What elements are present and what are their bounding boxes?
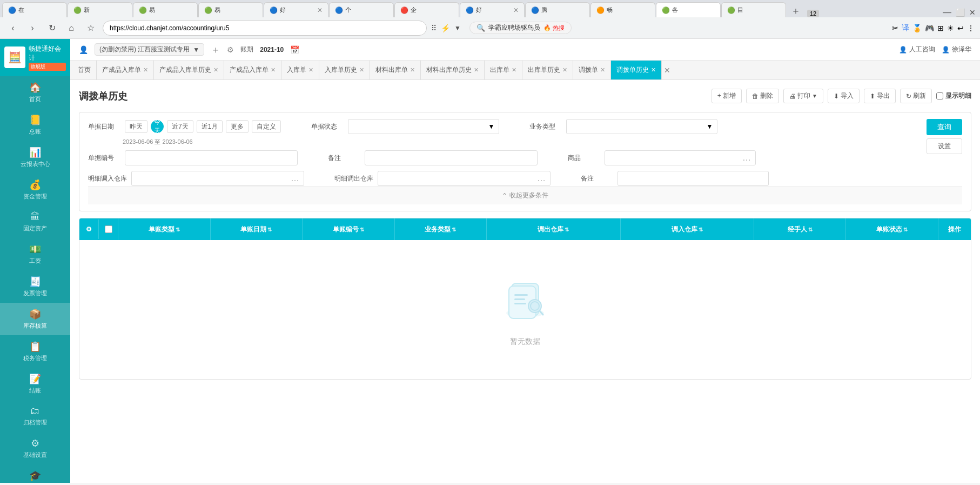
th-doc-no[interactable]: 单账编号 ⇅ bbox=[303, 218, 395, 240]
browser-tab-1[interactable]: 🔵 在 bbox=[2, 2, 67, 17]
browser-tab-12[interactable]: 🟢 目 bbox=[721, 2, 786, 17]
sidebar-item-wages[interactable]: 💵 工资 bbox=[0, 238, 70, 270]
th-biz-type[interactable]: 业务类型 ⇅ bbox=[395, 218, 487, 240]
new-button[interactable]: + 新增 bbox=[711, 89, 742, 103]
sidebar-item-archive[interactable]: 🗂 归档管理 bbox=[0, 400, 70, 432]
sidebar-item-settlement[interactable]: 📝 结账 bbox=[0, 368, 70, 400]
collapse-button[interactable]: ⌃ 收起更多条件 bbox=[88, 186, 962, 204]
add-company-btn[interactable]: ＋ bbox=[211, 43, 220, 56]
calendar-icon[interactable]: 📅 bbox=[290, 45, 299, 54]
home-button[interactable]: ⌂ bbox=[64, 21, 79, 36]
browser-tab-4[interactable]: 🟢 易 bbox=[198, 2, 263, 17]
status-select[interactable]: ▼ bbox=[348, 119, 499, 134]
display-toggle-checkbox[interactable] bbox=[936, 92, 943, 99]
forward-button[interactable]: › bbox=[25, 21, 40, 36]
close-btn[interactable]: ✕ bbox=[969, 8, 976, 17]
th-doc-status[interactable]: 单账状态 ⇅ bbox=[846, 218, 938, 240]
sidebar-item-home[interactable]: 🏠 首页 bbox=[0, 76, 70, 109]
print-button[interactable]: 🖨 打印 ▼ bbox=[783, 89, 823, 103]
yesterday-btn[interactable]: 昨天 bbox=[125, 120, 147, 133]
address-input[interactable] bbox=[103, 21, 427, 36]
page-tab-in-history[interactable]: 入库单历史 ✕ bbox=[319, 61, 370, 79]
query-button[interactable]: 查询 bbox=[927, 119, 962, 135]
sidebar-item-assets[interactable]: 🏛 固定资产 bbox=[0, 206, 70, 238]
warehouse-in-ellipsis[interactable]: … bbox=[291, 174, 299, 183]
biz-type-select[interactable]: ▼ bbox=[566, 119, 717, 134]
transfer-close[interactable]: ✕ bbox=[600, 67, 605, 74]
page-tab-home[interactable]: 首页 bbox=[72, 61, 97, 79]
page-tab-in-order[interactable]: 入库单 ✕ bbox=[281, 61, 319, 79]
page-tab-product-in-history[interactable]: 产成品入库单历史 ✕ bbox=[154, 61, 224, 79]
out-history-close[interactable]: ✕ bbox=[562, 67, 567, 74]
page-tab-product-in[interactable]: 产成品入库单 ✕ bbox=[97, 61, 154, 79]
browser-tab-10[interactable]: 🟠 畅 bbox=[590, 2, 655, 17]
goods-select[interactable]: … bbox=[605, 150, 756, 165]
warehouse-out-ellipsis[interactable]: … bbox=[537, 174, 546, 183]
page-tab-out-history[interactable]: 出库单历史 ✕ bbox=[522, 61, 573, 79]
page-tab-material-out[interactable]: 材料出库单 ✕ bbox=[370, 61, 421, 79]
delete-button[interactable]: 🗑 删除 bbox=[746, 89, 779, 103]
week-btn[interactable]: 近7天 bbox=[167, 120, 193, 133]
th-out-warehouse[interactable]: 调出仓库 ⇅ bbox=[487, 218, 620, 240]
user-info[interactable]: 👤 徐泽华 bbox=[942, 45, 971, 54]
in-history-close[interactable]: ✕ bbox=[359, 67, 364, 74]
settings-gear-icon[interactable]: ⚙ bbox=[227, 45, 234, 54]
th-in-warehouse[interactable]: 调入仓库 ⇅ bbox=[621, 218, 754, 240]
back-button[interactable]: ‹ bbox=[5, 21, 21, 36]
support-button[interactable]: 👤 人工咨询 bbox=[899, 45, 935, 54]
th-settings[interactable]: ⚙ bbox=[79, 220, 99, 239]
tab-close-5[interactable]: ✕ bbox=[317, 6, 323, 14]
today-btn[interactable]: 今天 bbox=[151, 120, 164, 133]
page-tab-transfer[interactable]: 调拨单 ✕ bbox=[573, 61, 611, 79]
product-in2-close[interactable]: ✕ bbox=[271, 67, 276, 74]
page-tab-out-order[interactable]: 出库单 ✕ bbox=[485, 61, 522, 79]
material-out-close[interactable]: ✕ bbox=[410, 67, 415, 74]
minimize-btn[interactable]: — bbox=[943, 8, 951, 17]
remark-input[interactable] bbox=[365, 150, 538, 165]
import-button[interactable]: ⬇ 导入 bbox=[828, 89, 860, 103]
browser-tab-6[interactable]: 🔵 个 bbox=[329, 2, 394, 17]
select-all-checkbox[interactable] bbox=[105, 225, 112, 233]
in-order-close[interactable]: ✕ bbox=[308, 67, 313, 74]
browser-tab-2[interactable]: 🟢 新 bbox=[68, 2, 132, 17]
warehouse-in-select[interactable]: … bbox=[131, 171, 304, 186]
goods-ellipsis[interactable]: … bbox=[742, 153, 751, 163]
filter-settings-button[interactable]: 设置 bbox=[927, 138, 962, 154]
sidebar-item-report[interactable]: 📊 云报表中心 bbox=[0, 141, 70, 174]
month-btn[interactable]: 近1月 bbox=[197, 120, 223, 133]
menu-icon[interactable]: ⋮ bbox=[967, 24, 975, 32]
browser-tab-8[interactable]: 🔵 好 ✕ bbox=[460, 2, 525, 17]
bookmark-button[interactable]: ☆ bbox=[83, 21, 98, 36]
material-out-history-close[interactable]: ✕ bbox=[474, 67, 479, 74]
product-in-history-close[interactable]: ✕ bbox=[213, 67, 218, 74]
page-tab-transfer-history[interactable]: 调拨单历史 ✕ bbox=[611, 61, 662, 79]
tabs-close-all[interactable]: ✕ bbox=[664, 66, 670, 75]
more-btn[interactable]: 更多 bbox=[226, 120, 249, 133]
browser-tab-11[interactable]: 🟢 各 bbox=[656, 2, 721, 17]
warehouse-out-select[interactable]: … bbox=[378, 171, 551, 186]
transfer-history-close[interactable]: ✕ bbox=[651, 67, 656, 74]
browser-tab-9[interactable]: 🔵 腾 bbox=[525, 2, 590, 17]
sidebar-item-finance[interactable]: 💰 资金管理 bbox=[0, 174, 70, 206]
dropdown-icon[interactable]: ▼ bbox=[454, 24, 461, 32]
doc-no-input[interactable] bbox=[125, 150, 298, 165]
custom-btn[interactable]: 自定义 bbox=[252, 120, 281, 133]
company-selector[interactable]: (勿删勿禁用) 江西服宝测试专用 ▼ bbox=[95, 43, 204, 56]
sidebar-item-tax[interactable]: 📋 税务管理 bbox=[0, 335, 70, 368]
sidebar-item-guide[interactable]: 🎓 新手引导 bbox=[0, 464, 70, 483]
new-tab-button[interactable]: ＋ bbox=[787, 4, 805, 17]
sidebar-item-settings[interactable]: ⚙ 基础设置 bbox=[0, 432, 70, 464]
maximize-btn[interactable]: ⬜ bbox=[956, 8, 965, 17]
out-order-close[interactable]: ✕ bbox=[512, 67, 516, 74]
page-tab-material-out-history[interactable]: 材料出库单历史 ✕ bbox=[421, 61, 485, 79]
th-checkbox[interactable] bbox=[99, 218, 118, 240]
browser-tab-3[interactable]: 🟢 易 bbox=[133, 2, 198, 17]
th-person[interactable]: 经手人 ⇅ bbox=[754, 218, 847, 240]
refresh-button[interactable]: ↻ bbox=[44, 21, 59, 36]
remark2-input[interactable] bbox=[617, 171, 769, 186]
tab-close-8[interactable]: ✕ bbox=[513, 6, 519, 14]
refresh-button[interactable]: ↻ 刷新 bbox=[900, 89, 932, 103]
sidebar-item-inventory[interactable]: 📦 库存核算 bbox=[0, 303, 70, 335]
th-doc-type[interactable]: 单账类型 ⇅ bbox=[118, 218, 211, 240]
th-doc-date[interactable]: 单账日期 ⇅ bbox=[211, 218, 303, 240]
